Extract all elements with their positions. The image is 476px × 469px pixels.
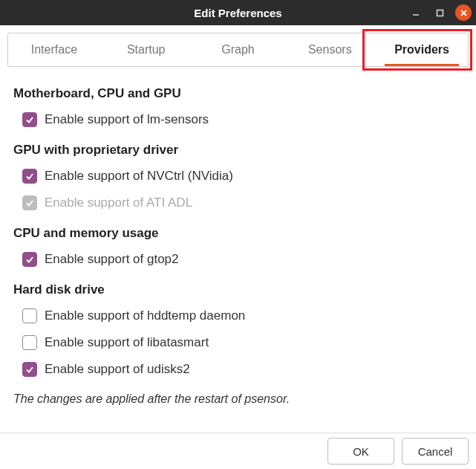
label-nvctrl: Enable support of NVCtrl (NVidia) — [45, 169, 233, 184]
window-body: Interface Startup Graph Sensors Provider… — [0, 25, 476, 406]
section-title-mobo: Motherboard, CPU and GPU — [13, 86, 463, 101]
minimize-button[interactable] — [408, 4, 424, 21]
svg-rect-1 — [437, 10, 443, 16]
titlebar: Edit Preferences — [0, 0, 476, 25]
checkbox-lm-sensors[interactable] — [22, 112, 37, 127]
label-gtop2: Enable support of gtop2 — [45, 252, 179, 267]
row-gtop2: Enable support of gtop2 — [22, 248, 463, 271]
section-title-cpu: CPU and memory usage — [13, 226, 463, 241]
checkbox-libatasmart[interactable] — [22, 335, 37, 350]
label-hddtemp: Enable support of hddtemp daemon — [45, 308, 245, 323]
maximize-button[interactable] — [431, 4, 448, 21]
row-libatasmart: Enable support of libatasmart — [22, 331, 463, 354]
cancel-button[interactable]: Cancel — [402, 438, 469, 465]
checkbox-nvctrl[interactable] — [22, 169, 37, 184]
tab-sensors[interactable]: Sensors — [284, 33, 376, 66]
tab-interface[interactable]: Interface — [8, 33, 100, 66]
restart-note: The changes are applied after the restar… — [13, 392, 463, 406]
section-title-hdd: Hard disk drive — [13, 282, 463, 297]
tab-startup[interactable]: Startup — [100, 33, 192, 66]
tab-graph[interactable]: Graph — [192, 33, 284, 66]
close-button[interactable] — [455, 4, 472, 21]
tab-content-providers: Motherboard, CPU and GPU Enable support … — [7, 67, 469, 406]
tab-bar: Interface Startup Graph Sensors Provider… — [7, 33, 469, 67]
label-libatasmart: Enable support of libatasmart — [45, 335, 209, 350]
tab-providers[interactable]: Providers — [376, 33, 468, 66]
label-udisks2: Enable support of udisks2 — [45, 362, 190, 377]
ok-button[interactable]: OK — [327, 438, 394, 465]
label-lm-sensors: Enable support of lm-sensors — [45, 112, 209, 127]
row-udisks2: Enable support of udisks2 — [22, 358, 463, 381]
row-hddtemp: Enable support of hddtemp daemon — [22, 305, 463, 327]
row-ati-adl: Enable support of ATI ADL — [22, 192, 463, 214]
window-controls — [408, 4, 472, 21]
checkbox-hddtemp[interactable] — [22, 308, 37, 323]
checkbox-gtop2[interactable] — [22, 252, 37, 267]
row-nvctrl: Enable support of NVCtrl (NVidia) — [22, 165, 463, 187]
label-ati-adl: Enable support of ATI ADL — [45, 195, 192, 210]
dialog-footer: OK Cancel — [0, 433, 476, 469]
section-title-gpu: GPU with proprietary driver — [13, 143, 463, 158]
checkbox-ati-adl — [22, 195, 37, 210]
window-title: Edit Preferences — [0, 7, 476, 19]
row-lm-sensors: Enable support of lm-sensors — [22, 109, 463, 131]
checkbox-udisks2[interactable] — [22, 362, 37, 377]
